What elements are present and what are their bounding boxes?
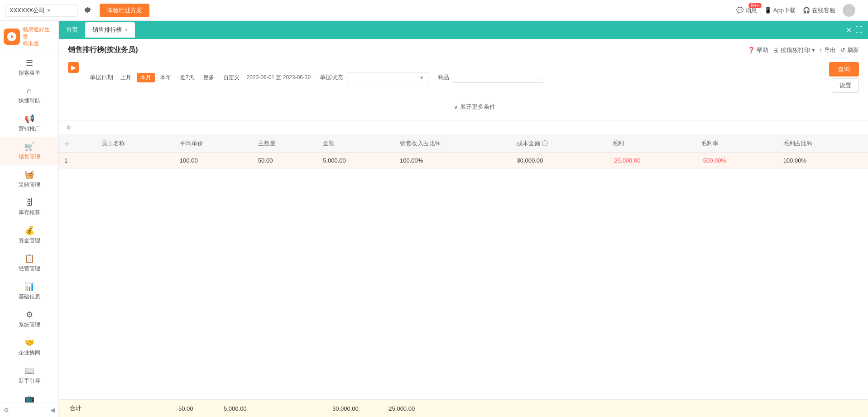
page-title-row: 销售排行榜(按业务员) ❓ 帮助 🖨 按模板打印 ▾ bbox=[68, 45, 859, 55]
cell-employee bbox=[96, 153, 174, 169]
page-actions: ❓ 帮助 🖨 按模板打印 ▾ ↑ 导出 bbox=[748, 46, 859, 54]
sidebar-label: 搜索菜单 bbox=[19, 69, 40, 77]
close-window-icon[interactable]: ✕ bbox=[846, 26, 852, 34]
sidebar-label: 销售管理 bbox=[19, 153, 40, 161]
th-avg-price: 平均单价 bbox=[174, 135, 253, 153]
sidebar-item-collab[interactable]: 🤝 企业协同 bbox=[0, 333, 58, 361]
message-button[interactable]: 💬 消息 99+ bbox=[736, 6, 757, 14]
export-label: 导出 bbox=[824, 46, 836, 54]
sidebar-item-guide[interactable]: 📖 新手引导 bbox=[0, 361, 58, 389]
print-icon: 🖨 bbox=[773, 47, 779, 53]
cell-sales-pct: 100.00% bbox=[394, 153, 511, 169]
sidebar-item-search-order[interactable]: ☰ 搜索菜单 bbox=[0, 53, 58, 81]
table-footer: 合计 50.00 5,000.00 30,000.00 -25,000.00 bbox=[59, 399, 868, 417]
status-select[interactable]: ▾ bbox=[347, 72, 428, 83]
company-selector[interactable]: XXXXXX公司 ▾ bbox=[5, 4, 78, 17]
sidebar-item-basic-info[interactable]: 📊 基础信息 bbox=[0, 277, 58, 305]
app-download-icon: 📱 bbox=[764, 7, 772, 14]
date-option-custom[interactable]: 自定义 bbox=[220, 73, 243, 82]
filter-row-main: 单据日期 上月 本月 本年 近7天 更多 自定义 bbox=[90, 60, 859, 95]
sidebar-item-system[interactable]: ⚙ 系统管理 bbox=[0, 305, 58, 333]
content-area: 首页 销售排行榜 × ✕ ⛶ 销售排行榜(按业务员) bbox=[59, 21, 868, 417]
footer-qty: 50.00 bbox=[173, 405, 218, 412]
footer-cost: 30,000.00 bbox=[327, 405, 381, 412]
date-option-current-year[interactable]: 本年 bbox=[157, 73, 175, 82]
table-toolbar: ⚙ bbox=[59, 120, 868, 135]
goods-label: 商品 bbox=[437, 73, 449, 81]
th-cost: 成本全额 ⓘ bbox=[511, 135, 607, 153]
message-icon: 💬 bbox=[736, 7, 743, 14]
refresh-button[interactable]: ↺ 刷新 bbox=[840, 46, 859, 54]
expand-more-button[interactable]: ∨ 展开更多条件 bbox=[445, 100, 504, 114]
tab-close-icon[interactable]: × bbox=[125, 27, 128, 33]
sidebar-item-finance[interactable]: 💰 资金管理 bbox=[0, 221, 58, 249]
tab-home[interactable]: 首页 bbox=[59, 22, 85, 38]
sidebar-item-quick-nav[interactable]: ⌂ 快捷导航 bbox=[0, 81, 58, 109]
company-name: XXXXXX公司 bbox=[10, 6, 45, 14]
maximize-window-icon[interactable]: ⛶ bbox=[855, 26, 863, 34]
collab-icon: 🤝 bbox=[24, 338, 34, 348]
goods-filter: 商品 ... bbox=[437, 72, 543, 83]
top-bar-right: 💬 消息 99+ 📱 App下载 🎧 在线客服 bbox=[736, 4, 863, 17]
th-amount: 全额 bbox=[317, 135, 394, 153]
sidebar-menu: ☰ 搜索菜单 ⌂ 快捷导航 📢 营销推广 🛒 销售管理 🧺 采购管理 bbox=[0, 53, 58, 403]
settings-gear-icon[interactable] bbox=[82, 4, 94, 17]
sidebar-item-purchase[interactable]: 🧺 采购管理 bbox=[0, 165, 58, 193]
table-row[interactable]: 1 100.00 50.00 5,000.00 100.00% 30,000.0… bbox=[59, 153, 868, 169]
message-badge: 99+ bbox=[748, 3, 762, 8]
operations-icon: 📋 bbox=[24, 254, 34, 264]
goods-input[interactable]: ... bbox=[453, 72, 543, 83]
sidebar-item-operations[interactable]: 📋 经营管理 bbox=[0, 249, 58, 277]
print-label: 按模板打印 bbox=[781, 46, 810, 54]
query-button[interactable]: 查询 bbox=[829, 62, 859, 77]
sidebar-item-inventory[interactable]: 🗄 库存核算 bbox=[0, 193, 58, 221]
sales-rank-tab-label: 销售排行榜 bbox=[92, 26, 122, 34]
status-dropdown-icon: ▾ bbox=[420, 74, 423, 81]
cell-profit-pct: 100.00% bbox=[778, 153, 868, 169]
sidebar-label: 营销推广 bbox=[19, 125, 40, 133]
footer-label: 合计 bbox=[64, 404, 119, 412]
sidebar: 畅康通好生意 标准版 ☰ 搜索菜单 ⌂ 快捷导航 📢 营销推广 � bbox=[0, 21, 59, 417]
collapse-icon[interactable]: ◀ bbox=[50, 407, 55, 413]
online-service-label: 在线客服 bbox=[812, 6, 835, 14]
tab-sales-rank[interactable]: 销售排行榜 × bbox=[85, 22, 135, 38]
date-option-last-month[interactable]: 上月 bbox=[117, 73, 135, 82]
cell-rank: 1 bbox=[59, 153, 96, 169]
status-filter: 单据状态 ▾ bbox=[320, 72, 428, 83]
date-option-more[interactable]: 更多 bbox=[200, 73, 218, 82]
date-option-7days[interactable]: 近7天 bbox=[177, 73, 198, 82]
export-button[interactable]: ↑ 导出 bbox=[820, 46, 836, 54]
goods-more-icon: ... bbox=[539, 74, 543, 81]
sidebar-label: 采购管理 bbox=[19, 181, 40, 189]
date-option-current-month[interactable]: 本月 bbox=[137, 73, 155, 82]
settings-filter-button[interactable]: 设置 bbox=[832, 78, 859, 93]
search-menu-icon: ☰ bbox=[26, 58, 33, 68]
sidebar-label: 基础信息 bbox=[19, 293, 40, 301]
main-content: 销售排行榜(按业务员) ❓ 帮助 🖨 按模板打印 ▾ bbox=[59, 39, 868, 417]
expand-row: ∨ 展开更多条件 bbox=[90, 98, 859, 115]
table-settings-icon[interactable]: ⚙ bbox=[66, 124, 72, 131]
online-service-button[interactable]: 🎧 在线客服 bbox=[803, 6, 835, 14]
home-icon: ⌂ bbox=[27, 86, 32, 96]
sidebar-item-app-center[interactable]: 📺 应用中心 bbox=[0, 389, 58, 403]
filter-expand-arrow[interactable]: ▶ bbox=[68, 60, 79, 75]
avatar[interactable] bbox=[843, 4, 855, 17]
sidebar-item-marketing[interactable]: 📢 营销推广 bbox=[0, 109, 58, 137]
footer-amount: 5,000.00 bbox=[218, 405, 273, 412]
filter-row-container: ▶ 单据日期 上月 本月 bbox=[68, 60, 859, 115]
query-actions: 查询 设置 bbox=[829, 60, 859, 95]
page-title: 销售排行榜(按业务员) bbox=[68, 45, 138, 55]
trial-button[interactable]: 体验行业方案 bbox=[100, 4, 149, 17]
sidebar-item-sales[interactable]: 🛒 销售管理 bbox=[0, 137, 58, 165]
cell-profit: -25,000.00 bbox=[607, 153, 695, 169]
bottom-settings-icon[interactable]: ⚙ bbox=[4, 407, 9, 413]
inventory-icon: 🗄 bbox=[25, 198, 34, 207]
app-download-label: App下载 bbox=[773, 6, 796, 14]
sidebar-label: 经营管理 bbox=[19, 265, 40, 273]
date-options: 上月 本月 本年 近7天 更多 自定义 bbox=[117, 73, 243, 82]
help-button[interactable]: ❓ 帮助 bbox=[748, 46, 768, 54]
print-template-button[interactable]: 🖨 按模板打印 ▾ bbox=[773, 46, 815, 54]
cart-icon: 🛒 bbox=[24, 142, 34, 152]
megaphone-icon: 📢 bbox=[24, 114, 34, 124]
app-download-button[interactable]: 📱 App下载 bbox=[764, 6, 796, 14]
